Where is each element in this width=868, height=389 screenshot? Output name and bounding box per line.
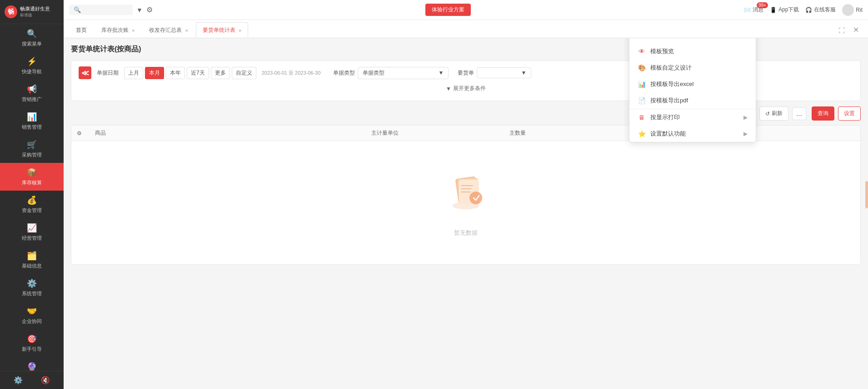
- settings-btn[interactable]: 设置: [838, 106, 861, 121]
- query-btn[interactable]: 查询: [812, 106, 834, 121]
- sidebar-label-system: 系统管理: [22, 290, 42, 297]
- sidebar-icon-collab: 🤝: [27, 306, 37, 316]
- date-btn-本月[interactable]: 本月: [145, 67, 164, 79]
- sidebar-label-quick-nav: 快捷导航: [22, 68, 42, 75]
- date-filter-label: 单据日期: [97, 69, 119, 77]
- topbar: 🔍 ▼ ⚙ 体验行业方案 ✉️ 消息 99+ 📱 App下载 🎧 在线客服 Ri…: [64, 0, 868, 20]
- print-item-label-template-design: 模板自定义设计: [650, 64, 692, 72]
- sidebar: 畅 畅康通好生意 标准版 🔍搜索菜单⚡快捷导航📢营销推广📊销售管理🛒采购管理📦库…: [0, 0, 64, 389]
- app-download-btn[interactable]: 📱 App下载: [770, 6, 799, 14]
- online-service-btn[interactable]: 🎧 在线客服: [805, 6, 836, 14]
- close-window-icon[interactable]: ✕: [849, 22, 863, 38]
- sidebar-item-search[interactable]: 🔍搜索菜单: [0, 24, 64, 52]
- print-item-set-default[interactable]: ⭐设置默认功能▶: [629, 126, 756, 142]
- type-dropdown-icon: ▼: [438, 70, 444, 76]
- sidebar-item-sales[interactable]: 📊销售管理: [0, 107, 64, 135]
- topbar-settings-icon[interactable]: ⚙: [146, 5, 153, 14]
- tab-inventory-batch[interactable]: 库存批次账×: [95, 22, 141, 38]
- maximize-icon[interactable]: ⛶: [835, 23, 848, 38]
- main-area: 🔍 ▼ ⚙ 体验行业方案 ✉️ 消息 99+ 📱 App下载 🎧 在线客服 Ri…: [64, 0, 868, 389]
- tab-home[interactable]: 首页: [69, 22, 94, 38]
- type-select-placeholder: 单据类型: [363, 69, 384, 77]
- user-name: Rit: [856, 7, 863, 13]
- scroll-indicator[interactable]: [865, 181, 868, 208]
- empty-state: 暂无数据: [71, 141, 860, 264]
- sidebar-item-basic[interactable]: 🗂️基础信息: [0, 246, 64, 274]
- filter-collapse-btn[interactable]: ≪: [79, 66, 91, 79]
- sidebar-icon-basic: 🗂️: [27, 251, 37, 261]
- print-item-label-display-print: 按显示打印: [650, 113, 680, 121]
- sidebar-label-guide: 新手引导: [22, 346, 42, 353]
- sidebar-item-operation[interactable]: 📈经营管理: [0, 218, 64, 246]
- tab-order-stats[interactable]: 要货单统计表×: [196, 22, 248, 38]
- sidebar-item-system[interactable]: ⚙️系统管理: [0, 274, 64, 302]
- table-col-qty: 主数量: [509, 129, 648, 137]
- search-icon: 🔍: [74, 6, 81, 13]
- date-btn-自定义[interactable]: 自定义: [232, 67, 256, 79]
- date-btn-本年[interactable]: 本年: [166, 67, 185, 79]
- print-item-display-print[interactable]: 🖥按显示打印▶: [629, 109, 756, 126]
- tab-close-inventory-batch[interactable]: ×: [132, 28, 135, 33]
- sidebar-label-purchase: 采购管理: [22, 152, 42, 158]
- print-item-icon-export-excel: 📊: [638, 81, 646, 88]
- column-settings-icon[interactable]: ⚙: [77, 130, 82, 136]
- table-col-product: 商品: [95, 129, 371, 137]
- app-icon: 📱: [770, 7, 777, 13]
- sidebar-sound-icon[interactable]: 🔇: [41, 376, 50, 384]
- table-col-settings[interactable]: ⚙: [77, 130, 95, 136]
- type-select[interactable]: 单据类型 ▼: [358, 67, 449, 79]
- search-box[interactable]: 🔍: [69, 5, 133, 15]
- messages-badge: 99+: [757, 2, 768, 8]
- trial-button[interactable]: 体验行业方案: [425, 4, 471, 16]
- empty-icon: [443, 168, 489, 222]
- search-input[interactable]: [84, 7, 125, 13]
- topbar-dropdown-icon[interactable]: ▼: [136, 6, 143, 14]
- print-item-export-excel[interactable]: 📊按模板导出excel: [629, 76, 756, 92]
- print-item-template-preview[interactable]: 👁模板预览: [629, 43, 756, 60]
- refresh-btn[interactable]: ↺ 刷新: [759, 106, 788, 121]
- refresh-icon: ↺: [765, 111, 770, 117]
- more-options-btn[interactable]: ...: [792, 107, 806, 120]
- date-btn-上月[interactable]: 上月: [124, 67, 143, 79]
- message-icon: ✉️: [744, 7, 751, 13]
- sidebar-icon-inventory: 📦: [27, 167, 37, 177]
- print-item-icon-template-preview: 👁: [638, 48, 646, 55]
- print-dropdown: 🖨 按模板打印 ▲ 🖨 当前：要货单统计表 ▼ 🖨模板打印👁模板预览🎨模板自定义…: [629, 38, 756, 142]
- print-dropdown-items: 🖨模板打印👁模板预览🎨模板自定义设计📊按模板导出excel📄按模板导出pdf🖥按…: [629, 38, 756, 142]
- sidebar-item-guide[interactable]: 🎯新手引导: [0, 329, 64, 357]
- svg-point-4: [469, 192, 482, 204]
- sidebar-label-inventory: 库存核算: [22, 179, 42, 186]
- sidebar-item-inventory[interactable]: 📦库存核算: [0, 163, 64, 191]
- sidebar-label-operation: 经营管理: [22, 235, 42, 242]
- page-content: 要货单统计表(按商品) ≪ 单据日期 上月本月本年近7天更多自定义 2023-0…: [64, 38, 868, 389]
- sidebar-item-marketing[interactable]: 📢营销推广: [0, 80, 64, 107]
- sidebar-item-app[interactable]: 🔮应用中心: [0, 357, 64, 371]
- tab-close-receipt-summary[interactable]: ×: [185, 28, 188, 33]
- print-item-template-print[interactable]: 🖨模板打印: [629, 38, 756, 43]
- yaohuo-select[interactable]: ▼: [477, 67, 531, 78]
- sidebar-item-quick-nav[interactable]: ⚡快捷导航: [0, 52, 64, 80]
- tab-receipt-summary[interactable]: 收发存汇总表×: [142, 22, 195, 38]
- date-btn-更多[interactable]: 更多: [211, 67, 230, 79]
- print-item-export-pdf[interactable]: 📄按模板导出pdf: [629, 92, 756, 109]
- tab-close-order-stats[interactable]: ×: [239, 28, 241, 33]
- sidebar-item-finance[interactable]: 💰资金管理: [0, 191, 64, 218]
- print-item-template-design[interactable]: 🎨模板自定义设计: [629, 60, 756, 76]
- logo-icon: 畅: [5, 5, 17, 18]
- sidebar-icon-app: 🔮: [27, 362, 37, 371]
- sidebar-icon-quick-nav: ⚡: [27, 56, 37, 66]
- sidebar-logo: 畅 畅康通好生意 标准版: [0, 0, 64, 24]
- messages-btn[interactable]: ✉️ 消息 99+: [744, 6, 763, 14]
- date-btn-近7天[interactable]: 近7天: [187, 67, 209, 79]
- sidebar-item-purchase[interactable]: 🛒采购管理: [0, 135, 64, 163]
- sidebar-label-basic: 基础信息: [22, 263, 42, 269]
- sidebar-icon-marketing: 📢: [27, 84, 37, 94]
- sidebar-footer: ⚙️ 🔇: [0, 371, 64, 389]
- sidebar-icon-purchase: 🛒: [27, 140, 37, 150]
- sidebar-item-collab[interactable]: 🤝企业协同: [0, 302, 64, 329]
- user-avatar[interactable]: Rit: [842, 4, 863, 16]
- sidebar-label-search: 搜索菜单: [22, 40, 42, 47]
- sidebar-settings-icon[interactable]: ⚙️: [14, 376, 23, 384]
- tab-label-inventory-batch: 库存批次账: [101, 26, 129, 34]
- sidebar-label-collab: 企业协同: [22, 318, 42, 325]
